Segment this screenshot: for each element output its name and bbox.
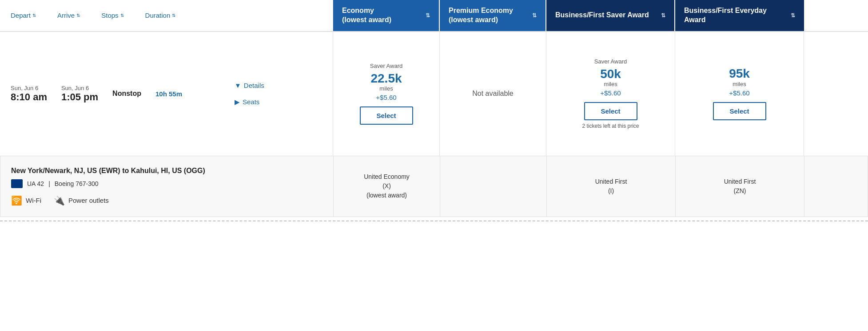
price-column-headers: Economy (lowest award) ⇅ Premium Economy… xyxy=(333,0,868,31)
duration-block: 10h 55m xyxy=(155,90,182,98)
business-saver-miles-text: miles xyxy=(604,81,617,87)
business-saver-tickets-left: 2 tickets left at this price xyxy=(582,123,639,129)
arrive-time: 1:05 pm xyxy=(61,91,98,103)
power-label: Power outlets xyxy=(68,197,109,204)
arrive-column-header[interactable]: Arrive ⇅ xyxy=(57,12,80,19)
biz-saver-cabin-name: United First xyxy=(595,177,627,186)
business-saver-cabin-cell: United First (I) xyxy=(547,156,676,217)
depart-date: Sun, Jun 6 xyxy=(11,85,47,91)
results-header: Depart ⇅ Arrive ⇅ Stops ⇅ Duration ⇅ Eco… xyxy=(0,0,868,32)
business-everyday-select-button[interactable]: Select xyxy=(713,102,766,120)
economy-tax-fee: +$5.60 xyxy=(376,94,396,101)
seats-button[interactable]: ▶ Seats xyxy=(235,96,259,108)
flight-route-details: New York/Newark, NJ, US (EWR) to Kahului… xyxy=(0,156,334,217)
flight-number: UA 42 xyxy=(27,180,44,187)
flight-schedule-info: Sun, Jun 6 8:10 am Sun, Jun 6 1:05 pm No… xyxy=(0,32,227,156)
economy-header-line2: (lowest award) xyxy=(342,16,391,24)
business-everyday-header-text: Business/First Everyday Award xyxy=(684,6,787,25)
route-title: New York/Newark, NJ, US (EWR) to Kahului… xyxy=(11,167,323,175)
economy-miles-text: miles xyxy=(379,85,393,92)
depart-label: Depart xyxy=(11,12,31,19)
stops-block: Nonstop xyxy=(112,90,141,98)
flight-details-section: New York/Newark, NJ, US (EWR) to Kahului… xyxy=(0,156,868,217)
business-saver-select-button[interactable]: Select xyxy=(584,102,637,120)
ua-logo-icon xyxy=(11,179,23,188)
economy-header-text: Economy (lowest award) xyxy=(342,6,422,25)
details-content-row: New York/Newark, NJ, US (EWR) to Kahului… xyxy=(0,156,868,217)
separator: | xyxy=(48,180,50,187)
depart-block: Sun, Jun 6 8:10 am xyxy=(11,85,47,103)
business-saver-price-cell: Saver Award 50k miles +$5.60 Select 2 ti… xyxy=(546,32,675,156)
biz-everyday-cabin-name: United First xyxy=(724,177,756,186)
premium-economy-header-line2: (lowest award) xyxy=(449,16,498,24)
premium-economy-column-header[interactable]: Premium Economy (lowest award) ⇅ xyxy=(440,0,546,31)
column-headers-left: Depart ⇅ Arrive ⇅ Stops ⇅ Duration ⇅ xyxy=(0,0,333,31)
seats-label: Seats xyxy=(243,98,259,106)
business-everyday-cabin-cell: United First (ZN) xyxy=(676,156,804,217)
premium-economy-sort-arrows: ⇅ xyxy=(532,12,537,19)
cabin-class-details: United Economy (X) (lowest award) United… xyxy=(334,156,868,217)
wifi-icon: 🛜 xyxy=(11,195,22,206)
economy-header-line1: Economy xyxy=(342,7,374,14)
economy-price-cell: Saver Award 22.5k miles +$5.60 Select xyxy=(333,32,440,156)
business-saver-column-header[interactable]: Business/First Saver Award ⇅ xyxy=(546,0,675,31)
business-everyday-column-header[interactable]: Business/First Everyday Award ⇅ xyxy=(675,0,804,31)
economy-cabin-code: (X) xyxy=(382,181,391,191)
details-label: Details xyxy=(244,82,264,89)
amenities-row: 🛜 Wi-Fi 🔌 Power outlets xyxy=(11,195,323,206)
premium-economy-price-cell: Not available xyxy=(440,32,546,156)
premium-economy-header-line1: Premium Economy xyxy=(449,7,513,14)
premium-economy-cabin-cell xyxy=(440,156,547,217)
section-divider xyxy=(0,221,868,221)
aircraft-type: Boeing 767-300 xyxy=(55,180,99,187)
stops-column-header[interactable]: Stops ⇅ xyxy=(101,12,123,19)
stops-value: Nonstop xyxy=(112,90,141,98)
economy-cabin-note: (lowest award) xyxy=(366,191,407,200)
wifi-amenity: 🛜 Wi-Fi xyxy=(11,195,41,206)
aircraft-info: UA 42 | Boeing 767-300 xyxy=(11,179,323,188)
duration-column-header[interactable]: Duration ⇅ xyxy=(145,12,176,19)
biz-saver-cabin-code: (I) xyxy=(608,186,614,196)
business-everyday-miles-text: miles xyxy=(733,81,746,87)
price-cells-row: Saver Award 22.5k miles +$5.60 Select No… xyxy=(333,32,868,156)
biz-everyday-cabin-code: (ZN) xyxy=(734,186,746,196)
premium-economy-header-text: Premium Economy (lowest award) xyxy=(449,6,529,25)
economy-select-button[interactable]: Select xyxy=(360,106,413,125)
business-everyday-miles-amount: 95k xyxy=(729,67,750,81)
stops-sort-icon: ⇅ xyxy=(120,13,124,18)
seats-arrow-icon: ▶ xyxy=(235,98,240,106)
economy-column-header[interactable]: Economy (lowest award) ⇅ xyxy=(333,0,440,31)
depart-sort-icon: ⇅ xyxy=(32,13,36,18)
business-everyday-price-cell: 95k miles +$5.60 Select xyxy=(675,32,804,156)
wifi-label: Wi-Fi xyxy=(26,197,41,204)
flight-result-row: Sun, Jun 6 8:10 am Sun, Jun 6 1:05 pm No… xyxy=(0,32,868,156)
economy-miles-amount: 22.5k xyxy=(370,72,402,86)
business-everyday-sort-arrows: ⇅ xyxy=(791,12,795,19)
business-saver-award-label: Saver Award xyxy=(594,58,627,65)
business-saver-header-text: Business/First Saver Award xyxy=(555,11,657,20)
arrive-label: Arrive xyxy=(57,12,75,19)
business-saver-sort-arrows: ⇅ xyxy=(661,12,665,19)
duration-sort-icon: ⇅ xyxy=(172,13,175,18)
economy-award-label: Saver Award xyxy=(370,63,402,69)
depart-column-header[interactable]: Depart ⇅ xyxy=(11,12,36,19)
power-icon: 🔌 xyxy=(54,195,65,206)
business-saver-miles-amount: 50k xyxy=(600,67,621,81)
arrive-block: Sun, Jun 6 1:05 pm xyxy=(61,85,98,103)
arrive-date: Sun, Jun 6 xyxy=(61,85,98,91)
economy-sort-arrows: ⇅ xyxy=(426,12,430,19)
details-button[interactable]: ▼ Details xyxy=(235,80,264,91)
economy-cabin-name: United Economy xyxy=(364,172,410,181)
duration-value: 10h 55m xyxy=(155,90,182,98)
premium-economy-not-available: Not available xyxy=(472,90,514,98)
flight-actions-panel: ▼ Details ▶ Seats xyxy=(227,32,333,156)
stops-label: Stops xyxy=(101,12,118,19)
economy-cabin-cell: United Economy (X) (lowest award) xyxy=(334,156,440,217)
depart-time: 8:10 am xyxy=(11,91,47,103)
details-arrow-icon: ▼ xyxy=(235,82,241,89)
duration-label: Duration xyxy=(145,12,171,19)
arrive-sort-icon: ⇅ xyxy=(76,13,80,18)
power-amenity: 🔌 Power outlets xyxy=(54,195,109,206)
business-everyday-tax-fee: +$5.60 xyxy=(729,89,749,97)
flight-search-results: Depart ⇅ Arrive ⇅ Stops ⇅ Duration ⇅ Eco… xyxy=(0,0,868,331)
